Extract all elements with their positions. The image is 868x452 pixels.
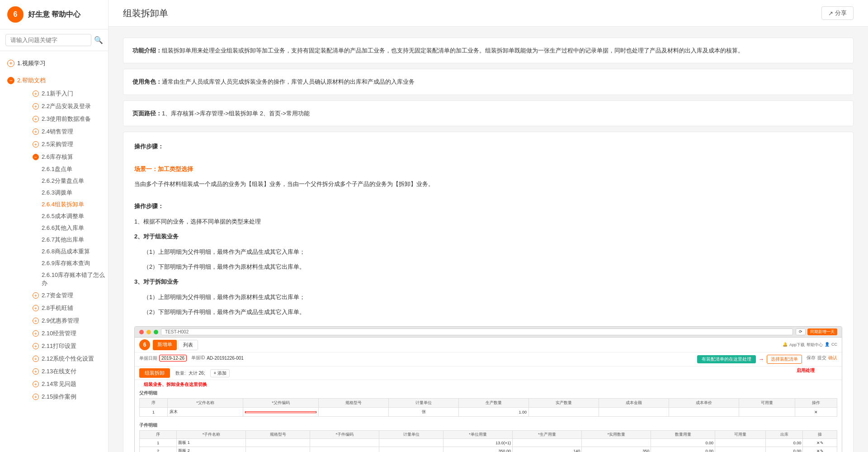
- sidebar-label-2-9: 2.9优惠券管理: [42, 317, 79, 325]
- sidebar-label-2-15: 2.15操作案例: [42, 393, 76, 401]
- sidebar-item-2-9[interactable]: + 2.9优惠券管理: [16, 314, 108, 327]
- sidebar-item-2-12[interactable]: + 2.12系统个性化设置: [16, 352, 108, 365]
- action-btn-1[interactable]: + 添加: [210, 369, 230, 377]
- upper-col-7: 成本金额: [599, 399, 669, 408]
- btn-confirm[interactable]: 确认: [828, 355, 837, 361]
- plus-icon-2-4: +: [33, 128, 39, 135]
- sidebar-item-leaf-2-6-9[interactable]: 2.6.9库存账本查询: [42, 257, 108, 269]
- lr2-seq: 2: [140, 447, 177, 452]
- sidebar-item-leaf-2-6-1[interactable]: 2.6.1盘点单: [42, 163, 108, 175]
- step-2-1: （1）上部明细为父件明细，最终作为产成品生成其它入库单；: [134, 247, 842, 257]
- app-icons: 🔔 App下载 帮助中心 👤 CC: [783, 342, 837, 348]
- lower-row-1: 1 面板 1 13.0(×1) 0.00 0.00: [140, 439, 837, 447]
- steps-block: 操作步骤： 场景一：加工类型选择 当由多个子件材料组装成一个成品的业务为【组装】…: [123, 132, 854, 452]
- type-selector[interactable]: 组装拆卸: [139, 368, 170, 378]
- page-title: 组装拆卸单: [123, 7, 168, 19]
- plus-icon-2-1: +: [33, 90, 39, 97]
- lr2-op: ✕✎: [803, 447, 837, 452]
- sidebar: 6 好生意 帮助中心 🔍 + 1.视频学习 − 2.帮助文档 +: [0, 0, 108, 452]
- icon-bell: 🔔: [783, 342, 788, 348]
- search-button[interactable]: 🔍: [94, 36, 103, 44]
- lr2-qty: 0.00: [651, 447, 715, 452]
- browser-min: [146, 330, 151, 334]
- upper-cell-avail: [739, 408, 795, 417]
- sidebar-label-2-3: 2.3使用前数据准备: [42, 115, 91, 123]
- sidebar-item-docs[interactable]: − 2.帮助文档: [0, 74, 108, 87]
- path-intro-text: 1、库存核算->库存管理->组装拆卸单 2、首页->常用功能: [162, 110, 310, 117]
- sidebar-item-leaf-2-6-5[interactable]: 2.6.5成本调整单: [42, 210, 108, 222]
- sidebar-item-leaf-2-6-6[interactable]: 2.6.6其他入库单: [42, 222, 108, 234]
- upper-table: 序 *父件名称 *父件编码 规格型号 计量单位 生产数量 实产数量 成本金额 成…: [139, 398, 837, 417]
- sidebar-item-leaf-2-6-10[interactable]: 2.6.10库存账本错了怎么办: [42, 269, 108, 289]
- lr1-op: ✕✎: [803, 439, 837, 447]
- lr2-spec: [246, 447, 310, 452]
- btn-save[interactable]: 保存: [807, 355, 816, 361]
- lower-col-1: *子件名称: [177, 431, 246, 439]
- app-bar: 6 新增单 列表 🔔 App下载 帮助中心 👤 CC: [135, 338, 842, 352]
- step-3-1: （1）上部明细为父件明细，最终作为原材料生成其它出库单；: [134, 292, 842, 302]
- sidebar-item-2-13[interactable]: + 2.13在线支付: [16, 365, 108, 378]
- lower-table-label: 子件明细: [139, 422, 837, 428]
- nav-sub-2-3: + 2.3使用前数据准备: [16, 113, 108, 125]
- lower-col-2: 规格型号: [246, 431, 310, 439]
- plus-icon-2-7: +: [33, 292, 39, 299]
- sidebar-item-leaf-2-6-4[interactable]: 2.6.4组装拆卸单: [42, 199, 108, 210]
- sidebar-item-2-6[interactable]: − 2.6库存核算: [16, 151, 108, 163]
- upper-col-5: 生产数量: [459, 399, 529, 408]
- sidebar-item-2-4[interactable]: + 2.4销售管理: [16, 125, 108, 138]
- sidebar-item-2-5[interactable]: + 2.5采购管理: [16, 138, 108, 151]
- icon-app: App下载: [789, 342, 805, 348]
- func-intro-text: 组装拆卸单用来处理企业组装或拆卸等加工业务，支持有固定装配清单的产品加工业务，也…: [162, 47, 744, 54]
- nav-sub-2-14: + 2.14常见问题: [16, 378, 108, 390]
- sidebar-item-2-7[interactable]: + 2.7资金管理: [16, 289, 108, 302]
- sidebar-item-2-11[interactable]: + 2.11打印设置: [16, 340, 108, 352]
- nav-section-2: − 2.帮助文档 + 2.1新手入门 + 2.2产品安装及登录: [0, 72, 108, 405]
- share-icon: ↗: [828, 10, 833, 17]
- search-input[interactable]: [5, 34, 91, 46]
- qty-row: 数量: 大计 26;: [175, 370, 205, 376]
- app-logo: 6: [139, 339, 150, 350]
- lr2-avail: [715, 447, 765, 452]
- form-date-value: 2019-12-26: [159, 355, 187, 362]
- select-btn[interactable]: 选择装配清单: [767, 355, 802, 364]
- lr2-unit-usage: 350.00: [443, 447, 512, 452]
- app-tab-active[interactable]: 新增单: [153, 340, 177, 350]
- lr2-unit: [379, 447, 443, 452]
- qty-note-text: 启用处理: [797, 367, 815, 374]
- sidebar-label-2-5: 2.5采购管理: [42, 140, 73, 148]
- nav-sub-2-10: + 2.10经营管理: [16, 327, 108, 340]
- lower-col-5: *单位用量: [443, 431, 512, 439]
- sidebar-item-2-14[interactable]: + 2.14常见问题: [16, 378, 108, 390]
- sidebar-item-2-15[interactable]: + 2.15操作案例: [16, 390, 108, 403]
- sidebar-item-2-10[interactable]: + 2.10经营管理: [16, 327, 108, 340]
- sidebar-item-leaf-2-6-8[interactable]: 2.6.8商品成本重算: [42, 246, 108, 257]
- step-3-header: 3、对于拆卸业务: [134, 276, 842, 287]
- nav-sub-2-6: − 2.6库存核算 2.6.1盘点单 2.6.2分量盘点单 2.6.3调拨单 2…: [16, 151, 108, 289]
- sidebar-label-2-2: 2.2产品安装及登录: [42, 102, 91, 110]
- lower-col-7: *实用数量: [582, 431, 651, 439]
- sidebar-item-video[interactable]: + 1.视频学习: [0, 57, 108, 70]
- sidebar-item-leaf-2-6-3[interactable]: 2.6.3调拨单: [42, 187, 108, 199]
- sidebar-item-2-2[interactable]: + 2.2产品安装及登录: [16, 100, 108, 113]
- sidebar-item-2-3[interactable]: + 2.3使用前数据准备: [16, 113, 108, 125]
- sidebar-label-2-12: 2.12系统个性化设置: [42, 355, 94, 363]
- func-intro-block: 功能介绍：组装拆卸单用来处理企业组装或拆卸等加工业务，支持有固定装配清单的产品加…: [123, 38, 854, 63]
- form-date-group: 单据日期 2019-12-26: [139, 355, 187, 362]
- share-button[interactable]: ↗ 分享: [821, 6, 854, 20]
- nav-sub-2-1: + 2.1新手入门: [16, 87, 108, 100]
- qty-value: 大计 26;: [189, 370, 205, 376]
- search-bar: 🔍: [0, 29, 108, 51]
- sidebar-item-2-8[interactable]: + 2.8手机旺辅: [16, 302, 108, 314]
- sidebar-item-2-1[interactable]: + 2.1新手入门: [16, 87, 108, 100]
- sidebar-item-leaf-2-6-7[interactable]: 2.6.7其他出库单: [42, 234, 108, 246]
- btn-other[interactable]: 提交: [817, 355, 826, 361]
- sidebar-item-leaf-2-6-2[interactable]: 2.6.2分量盘点单: [42, 175, 108, 187]
- type-annotation: 组装业务、拆卸业务在这里切换: [144, 381, 207, 388]
- nav-sub-2-9: + 2.9优惠券管理: [16, 314, 108, 327]
- scene-desc: 当由多个子件材料组装成一个成品的业务为【组装】业务，当由一个父件拆分成多个子产品…: [134, 179, 842, 189]
- app-tab-2[interactable]: 列表: [178, 340, 198, 350]
- plus-icon-2-12: +: [33, 356, 39, 362]
- plus-icon-1: +: [7, 60, 14, 67]
- upper-table-label: 父件明细: [139, 384, 837, 396]
- upper-col-6: 实产数量: [529, 399, 599, 408]
